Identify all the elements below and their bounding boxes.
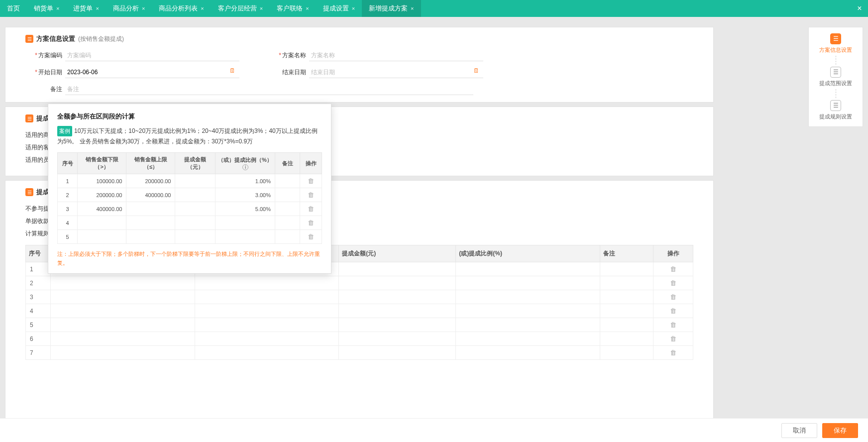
input-end-date[interactable] <box>309 66 483 78</box>
cell-amount[interactable] <box>339 346 456 360</box>
cell-ratio[interactable]: 1.00% <box>215 174 275 188</box>
close-icon[interactable]: × <box>411 5 414 11</box>
cell-ratio[interactable] <box>456 304 600 318</box>
cell-amount[interactable] <box>175 216 215 230</box>
close-icon[interactable]: × <box>306 5 309 11</box>
cell-remark[interactable] <box>275 188 300 202</box>
cell-low[interactable] <box>51 276 195 290</box>
cell-amount[interactable] <box>339 276 456 290</box>
cell-high[interactable]: 400000.00 <box>126 188 175 202</box>
cell-ratio[interactable] <box>215 216 275 230</box>
cell-amount[interactable] <box>339 262 456 276</box>
cancel-button[interactable]: 取消 <box>781 423 817 438</box>
cell-amount[interactable] <box>175 174 215 188</box>
trash-icon[interactable]: 🗑 <box>670 321 676 329</box>
cell-ratio[interactable]: 5.00% <box>215 202 275 216</box>
calendar-icon[interactable]: 🗓 <box>473 67 481 75</box>
cell-high[interactable] <box>126 216 175 230</box>
cell-remark[interactable] <box>600 262 653 276</box>
cell-low[interactable]: 400000.00 <box>78 202 126 216</box>
cell-high[interactable] <box>195 290 339 304</box>
trash-icon[interactable]: 🗑 <box>670 349 676 356</box>
close-icon[interactable]: × <box>142 5 145 11</box>
info-icon[interactable]: i <box>242 164 248 170</box>
tab-product-analysis[interactable]: 商品分析× <box>106 0 152 17</box>
cell-ratio[interactable]: 3.00% <box>215 188 275 202</box>
close-icon[interactable]: × <box>56 5 59 11</box>
cell-amount[interactable] <box>339 290 456 304</box>
cell-remark[interactable] <box>275 174 300 188</box>
cell-high[interactable] <box>195 332 339 346</box>
trash-icon[interactable]: 🗑 <box>308 205 314 213</box>
cell-amount[interactable] <box>339 318 456 332</box>
tab-commission-settings[interactable]: 提成设置× <box>316 0 362 17</box>
cell-remark[interactable] <box>275 230 300 244</box>
side-nav-plan-info[interactable]: ☰ 方案信息设置 <box>819 33 852 54</box>
cell-high[interactable] <box>195 346 339 360</box>
cell-amount[interactable] <box>175 230 215 244</box>
cell-amount[interactable] <box>175 188 215 202</box>
tab-home[interactable]: 首页 <box>0 0 27 17</box>
tab-purchase-order[interactable]: 进货单× <box>66 0 106 17</box>
trash-icon[interactable]: 🗑 <box>670 307 676 315</box>
input-remark[interactable] <box>65 83 473 95</box>
cell-low[interactable] <box>51 318 195 332</box>
cell-ratio[interactable] <box>456 318 600 332</box>
cell-ratio[interactable] <box>456 276 600 290</box>
cell-low[interactable] <box>51 346 195 360</box>
tab-product-analysis-list[interactable]: 商品分析列表× <box>152 0 211 17</box>
cell-amount[interactable] <box>339 304 456 318</box>
cell-low[interactable] <box>78 216 126 230</box>
cell-low[interactable] <box>78 230 126 244</box>
tab-new-commission-plan[interactable]: 新增提成方案× <box>362 0 421 17</box>
cell-ratio[interactable] <box>456 346 600 360</box>
close-icon[interactable]: × <box>352 5 355 11</box>
trash-icon[interactable]: 🗑 <box>308 191 314 199</box>
close-icon[interactable]: × <box>201 5 204 11</box>
cell-ratio[interactable] <box>456 332 600 346</box>
side-nav-rule[interactable]: ☰ 提成规则设置 <box>819 100 852 120</box>
cell-ratio[interactable] <box>456 262 600 276</box>
input-plan-name[interactable] <box>309 49 483 61</box>
cell-remark[interactable] <box>600 332 653 346</box>
cell-high[interactable] <box>126 230 175 244</box>
cell-high[interactable] <box>126 202 175 216</box>
cell-high[interactable]: 200000.00 <box>126 174 175 188</box>
cell-remark[interactable] <box>600 346 653 360</box>
cell-remark[interactable] <box>275 216 300 230</box>
trash-icon[interactable]: 🗑 <box>670 335 676 342</box>
tab-customer-tier[interactable]: 客户分层经营× <box>211 0 270 17</box>
cell-remark[interactable] <box>275 202 300 216</box>
input-start-date[interactable] <box>65 66 239 78</box>
save-button[interactable]: 保存 <box>822 423 858 438</box>
cell-low[interactable]: 100000.00 <box>78 174 126 188</box>
trash-icon[interactable]: 🗑 <box>308 233 314 240</box>
tab-sales-order[interactable]: 销货单× <box>27 0 66 17</box>
tab-customer-contact[interactable]: 客户联络× <box>270 0 316 17</box>
side-nav-scope[interactable]: ☰ 提成范围设置 <box>819 67 852 87</box>
cell-ratio[interactable] <box>456 290 600 304</box>
cell-amount[interactable] <box>339 332 456 346</box>
cell-remark[interactable] <box>600 276 653 290</box>
cell-low[interactable] <box>51 304 195 318</box>
trash-icon[interactable]: 🗑 <box>670 265 676 273</box>
calendar-icon[interactable]: 🗓 <box>229 67 237 75</box>
cell-high[interactable] <box>195 304 339 318</box>
trash-icon[interactable]: 🗑 <box>670 279 676 287</box>
cell-low[interactable]: 200000.00 <box>78 188 126 202</box>
cell-remark[interactable] <box>600 304 653 318</box>
trash-icon[interactable]: 🗑 <box>670 293 676 301</box>
cell-low[interactable] <box>51 290 195 304</box>
input-plan-code[interactable] <box>65 49 239 61</box>
cell-low[interactable] <box>51 332 195 346</box>
close-icon[interactable]: × <box>260 5 263 11</box>
trash-icon[interactable]: 🗑 <box>308 219 314 226</box>
cell-remark[interactable] <box>600 318 653 332</box>
cell-remark[interactable] <box>600 290 653 304</box>
cell-high[interactable] <box>195 276 339 290</box>
cell-high[interactable] <box>195 318 339 332</box>
cell-ratio[interactable] <box>215 230 275 244</box>
close-all-tabs-button[interactable]: × <box>851 0 868 17</box>
close-icon[interactable]: × <box>96 5 99 11</box>
cell-amount[interactable] <box>175 202 215 216</box>
